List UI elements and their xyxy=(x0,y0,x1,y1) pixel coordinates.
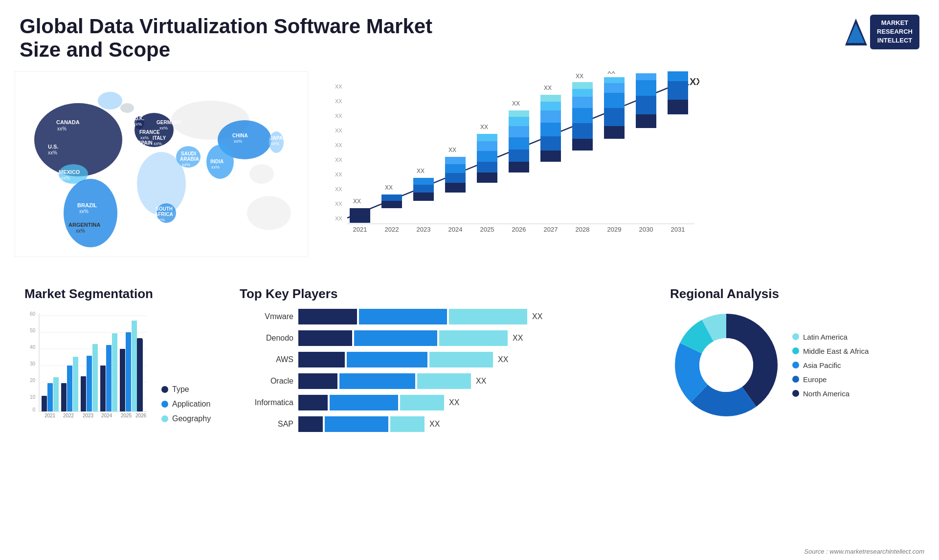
svg-rect-153 xyxy=(87,356,92,411)
svg-rect-79 xyxy=(477,151,497,162)
player-value: XX xyxy=(429,420,440,429)
player-value: XX xyxy=(449,398,459,407)
svg-text:XX: XX xyxy=(335,84,342,89)
svg-text:2029: 2029 xyxy=(607,226,622,233)
svg-text:SPAIN: SPAIN xyxy=(138,140,153,146)
europe-dot xyxy=(792,376,799,383)
svg-text:20: 20 xyxy=(30,378,36,383)
svg-text:JAPAN: JAPAN xyxy=(270,135,286,141)
player-row: SAP XX xyxy=(240,416,650,432)
svg-text:xx%: xx% xyxy=(211,165,220,170)
svg-text:ITALY: ITALY xyxy=(153,135,166,141)
svg-text:2024: 2024 xyxy=(448,226,463,233)
svg-text:xx%: xx% xyxy=(76,228,85,234)
legend-type: Type xyxy=(161,385,211,394)
svg-text:xx%: xx% xyxy=(140,135,149,140)
svg-rect-156 xyxy=(106,345,112,411)
svg-text:XX: XX xyxy=(544,85,552,91)
bar-seg-dark xyxy=(298,309,357,324)
bar-seg-dark xyxy=(298,373,337,389)
svg-rect-116 xyxy=(668,81,688,100)
player-bar-sap: XX xyxy=(298,416,440,432)
svg-rect-146 xyxy=(42,396,47,411)
svg-rect-95 xyxy=(540,95,561,102)
page-header: Global Data Virtualization Software Mark… xyxy=(0,0,939,66)
svg-rect-75 xyxy=(445,157,466,164)
regional-legend: Latin America Middle East & Africa Asia … xyxy=(792,333,869,398)
svg-text:40: 40 xyxy=(30,345,36,350)
svg-rect-83 xyxy=(509,162,529,172)
svg-text:U.S.: U.S. xyxy=(48,144,58,150)
svg-rect-155 xyxy=(100,366,106,411)
svg-text:ARGENTINA: ARGENTINA xyxy=(68,222,100,228)
svg-rect-150 xyxy=(67,366,72,411)
svg-text:2025: 2025 xyxy=(121,413,132,418)
player-value: XX xyxy=(513,334,523,343)
player-row: Denodo XX xyxy=(240,330,650,346)
svg-rect-159 xyxy=(126,332,131,411)
svg-text:XX: XX xyxy=(335,113,342,119)
svg-rect-110 xyxy=(636,114,656,128)
north-america-dot xyxy=(792,390,799,397)
page-title: Global Data Virtualization Software Mark… xyxy=(20,15,460,62)
geography-dot xyxy=(161,415,168,422)
svg-rect-151 xyxy=(73,357,78,411)
regional-title: Regional Analysis xyxy=(670,286,915,302)
svg-text:10: 10 xyxy=(30,394,36,400)
svg-rect-117 xyxy=(668,71,688,81)
svg-rect-68 xyxy=(413,193,434,201)
player-name: Denodo xyxy=(240,334,293,343)
svg-text:XX: XX xyxy=(690,76,699,87)
svg-rect-81 xyxy=(477,134,497,141)
type-dot xyxy=(161,386,168,393)
legend-geography: Geography xyxy=(161,414,211,423)
svg-text:XX: XX xyxy=(576,73,583,80)
svg-rect-105 xyxy=(604,108,625,126)
player-value: XX xyxy=(498,355,508,364)
bar-chart-svg: XX XX XX XX XX XX XX XX XX XX XX XX xyxy=(333,71,699,237)
svg-text:xx%: xx% xyxy=(182,162,190,167)
player-name: Oracle xyxy=(240,377,293,386)
svg-text:xx%: xx% xyxy=(154,141,162,146)
svg-rect-152 xyxy=(81,376,86,411)
svg-rect-99 xyxy=(572,108,593,123)
player-name: Vmware xyxy=(240,312,293,321)
svg-text:U.K.: U.K. xyxy=(134,116,144,121)
svg-text:xx%: xx% xyxy=(48,150,57,155)
svg-text:MEXICO: MEXICO xyxy=(59,169,80,175)
svg-point-175 xyxy=(699,338,753,392)
legend-north-america: North America xyxy=(792,389,869,398)
svg-rect-91 xyxy=(540,136,561,151)
svg-text:0: 0 xyxy=(32,407,35,412)
svg-text:AFRICA: AFRICA xyxy=(155,212,173,217)
svg-rect-104 xyxy=(604,126,625,139)
svg-text:BRAZIL: BRAZIL xyxy=(77,202,97,208)
svg-rect-78 xyxy=(477,162,497,172)
player-bar-denodo: XX xyxy=(298,330,523,346)
player-row: Oracle XX xyxy=(240,373,650,389)
svg-rect-107 xyxy=(604,83,625,93)
bar-seg-light xyxy=(390,416,425,432)
svg-text:XX: XX xyxy=(639,71,647,73)
svg-text:2022: 2022 xyxy=(385,226,399,233)
svg-rect-70 xyxy=(413,178,434,185)
svg-rect-90 xyxy=(540,151,561,162)
bottom-sections: Market Segmentation 60 50 40 30 20 10 xyxy=(10,277,929,442)
svg-text:XX: XX xyxy=(480,124,488,130)
bar-seg-mid xyxy=(339,373,415,389)
svg-text:XX: XX xyxy=(417,168,425,174)
segmentation-chart-svg: 60 50 40 30 20 10 0 xyxy=(24,309,147,421)
player-row: AWS XX xyxy=(240,352,650,367)
svg-text:XX: XX xyxy=(385,184,393,191)
player-name: SAP xyxy=(240,420,293,429)
svg-marker-1 xyxy=(847,23,865,43)
svg-rect-65 xyxy=(381,201,402,208)
svg-text:xx%: xx% xyxy=(61,175,70,181)
bar-seg-mid xyxy=(330,395,398,410)
svg-rect-102 xyxy=(572,82,593,89)
source-text: Source : www.marketresearchintellect.com xyxy=(804,548,924,555)
svg-text:xx%: xx% xyxy=(139,146,147,151)
svg-rect-163 xyxy=(138,339,143,411)
svg-rect-87 xyxy=(509,117,529,126)
svg-text:ARABIA: ARABIA xyxy=(180,156,199,162)
